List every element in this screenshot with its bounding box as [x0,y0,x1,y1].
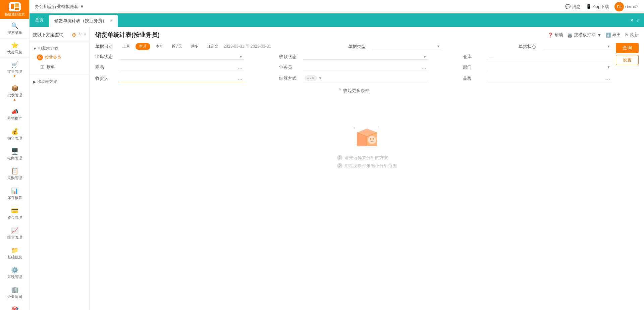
filter-collapse[interactable]: ⌃ 收起更多条件 [95,86,612,96]
sidebar-item-system[interactable]: ⚙️ 系统管理 [0,263,29,283]
print-label: 按模板打印 [574,32,596,38]
filter-row-4: 收货人 … 结算方式 ··· × ▼ [95,74,612,82]
tab-sales-stats[interactable]: 销货单统计表（按业务员） × [49,15,118,27]
scheme-byorder[interactable]: ⊞ 按单 [30,62,90,72]
desktop-section-label: 电脑端方案 [38,46,58,51]
sidebar-logo: 畅捷通好生意 [0,0,29,19]
salesperson-dots[interactable]: … [421,64,427,70]
logo-icon [9,2,21,11]
warehouse-select[interactable]: … [487,53,612,60]
sidebar-item-newguide[interactable]: 🎯 新手引导 [0,303,29,310]
tab-close-icon[interactable]: × [110,18,112,23]
date-custom[interactable]: 自定义 [204,43,221,50]
settings-button[interactable]: 设置 [616,55,639,65]
account-dropdown[interactable]: 办公用品行业模拟账套 ▼ [35,4,84,10]
help-button[interactable]: ❓ 帮助 [548,32,563,38]
svg-rect-0 [11,4,14,9]
collapse-panel-button[interactable]: « [84,32,86,38]
sidebar-item-inventory[interactable]: 📊 库存核算 [0,184,29,204]
department-arrow: ▼ [607,65,610,69]
tabbar: 首页 销货单统计表（按业务员） × ✕ ⤢ [30,13,644,27]
refresh-scheme-button[interactable]: ↻ [78,32,82,38]
empty-tip-2: 2 用过滤条件来缩小分析范围 [337,163,397,169]
scheme-salesperson[interactable]: 按 按业务员 [30,53,90,62]
download-icon: 📱 [586,4,591,9]
left-panel-header: 按以下方案查询 ⊕ ↻ « [30,30,90,40]
close-window-icon[interactable]: ✕ [630,18,634,23]
print-button[interactable]: 🖨️ 按模板打印 ▼ [567,32,601,38]
outstatus-select[interactable]: ▼ [119,54,244,60]
tip-num-2: 2 [337,163,342,168]
svg-text:✦: ✦ [378,125,380,128]
date-lastmonth[interactable]: 上月 [119,43,133,50]
query-button[interactable]: 查询 [616,43,639,53]
payment-tag-close[interactable]: × [312,76,314,81]
topbar-left: 办公用品行业模拟账套 ▼ [35,4,84,10]
sidebar-quicknav[interactable]: ⭐ 快捷导航 [0,39,29,58]
sidebar-search[interactable]: 🔍 搜索菜单 [0,19,29,39]
sidebar-item-ecommerce[interactable]: 🖥️ 电商管理 [0,144,29,164]
app-download-label: App下载 [593,4,609,10]
sub-item-icon: ⊞ [40,64,45,70]
sidebar-item-basic[interactable]: 📁 基础信息 [0,243,29,263]
search-icon: 🔍 [11,22,18,30]
doctype-select[interactable]: ▼ [372,44,441,49]
sidebar: 畅捷通好生意 🔍 搜索菜单 ⭐ 快捷导航 🛒 零售管理 ▼ 📦 批发管理 ▲ 📣… [0,0,30,310]
outstatus-arrow: ▼ [239,55,243,59]
sidebar-item-operation[interactable]: 📈 经营管理 [0,223,29,243]
date-thisyear[interactable]: 本年 [153,43,166,50]
date-more[interactable]: 更多 [187,43,201,50]
tip-text-2: 用过滤条件来缩小分析范围 [344,163,397,169]
department-select[interactable]: ▼ [487,64,612,70]
consignee-text-input[interactable] [121,76,237,81]
maximize-icon[interactable]: ⤢ [636,18,640,23]
payment-arrow: ▼ [318,76,322,80]
left-panel: 按以下方案查询 ⊕ ↻ « ▼ 电脑端方案 按 按业务员 ⊞ [30,27,90,310]
docstatus-select[interactable]: ▼ [543,44,612,49]
svg-point-10 [368,136,376,144]
date-thismonth[interactable]: 本月 [136,43,150,50]
svg-rect-2 [15,8,19,10]
sidebar-item-finance[interactable]: 💳 资金管理 [0,204,29,223]
add-scheme-button[interactable]: ⊕ [72,32,76,38]
brand-dots[interactable]: … [605,75,610,81]
empty-tips: 1 请先选择要分析的方案 2 用过滤条件来缩小分析范围 [337,155,397,171]
refresh-button[interactable]: ↻ 刷新 [625,32,639,38]
paystatus-select[interactable]: ▼ [303,54,428,60]
mobile-section-title[interactable]: ▶ 移动端方案 [30,78,90,86]
salesperson-input[interactable]: … [303,63,428,71]
payment-input[interactable]: ··· × ▼ [303,74,428,82]
consignee-dots[interactable]: … [237,75,243,81]
export-button[interactable]: ⬇️ 导出 [605,32,621,38]
mobile-section: ▶ 移动端方案 [30,76,90,87]
desktop-section-title[interactable]: ▼ 电脑端方案 [30,44,90,53]
goods-dots[interactable]: … [237,64,243,70]
print-icon: 🖨️ [567,33,573,38]
sidebar-item-purchase[interactable]: 📋 采购管理 [0,164,29,184]
goods-input[interactable]: … [119,63,244,71]
user-menu[interactable]: Ea demo2 [614,2,639,11]
page-header: 销货单统计表(按业务员) ❓ 帮助 🖨️ 按模板打印 ▼ ⬇️ 导出 [95,31,639,39]
refresh-icon: ↻ [625,33,629,38]
consignee-label: 收货人 [95,75,114,82]
sidebar-item-enterprise[interactable]: 🏢 企业协同 [0,283,29,303]
scheme-icon: 按 [37,54,43,60]
filter-row-3: 商品 … 业务员 … 部门 [95,63,612,71]
page-title-text: 销货单统计表(按业务员) [95,31,160,39]
app-download-button[interactable]: 📱 App下载 [586,4,609,10]
message-button[interactable]: 💬 消息 [565,4,581,10]
sidebar-item-retail[interactable]: 🛒 零售管理 ▼ [0,58,29,81]
mobile-section-label: 移动端方案 [37,79,57,85]
brand-input[interactable]: … [487,74,612,82]
date-7days[interactable]: 近7天 [169,43,185,50]
help-icon: ❓ [548,33,553,38]
main-area: 办公用品行业模拟账套 ▼ 💬 消息 📱 App下载 Ea demo2 首页 [30,0,644,310]
sidebar-item-wholesale[interactable]: 📦 批发管理 ▲ [0,81,29,105]
sidebar-item-sales[interactable]: 💰 销售管理 [0,124,29,144]
doctype-arrow: ▼ [436,44,440,48]
date-group: 上月 本月 本年 近7天 更多 自定义 2023-03-01 至 2023-03… [119,43,271,50]
salesperson-label: 业务员 [279,64,298,70]
tab-home[interactable]: 首页 [30,13,49,27]
consignee-input[interactable]: … [119,74,244,82]
sidebar-item-marketing[interactable]: 📣 营销推广 [0,105,29,124]
